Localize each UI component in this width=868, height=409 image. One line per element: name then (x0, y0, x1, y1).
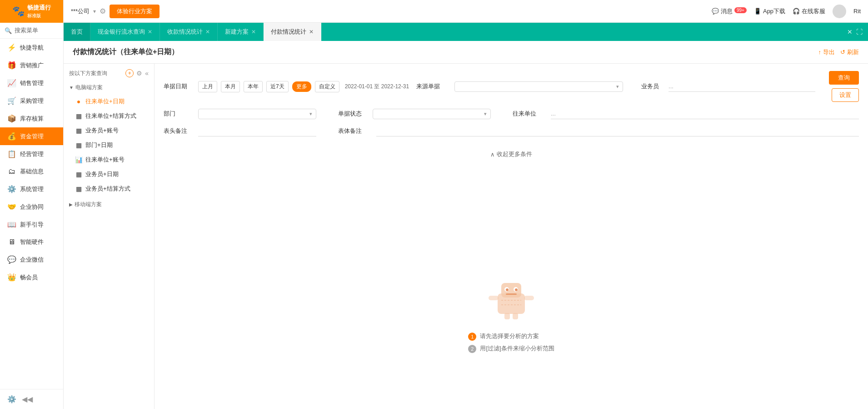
doc-status-label: 单据状态 (338, 110, 365, 118)
scheme-item-unit-account-label: 往来单位+账号 (85, 156, 125, 164)
tab-close-all-icon[interactable]: ✕ (847, 28, 853, 35)
unit-select[interactable]: ... (551, 108, 859, 119)
scheme-panel-icons: + ⚙ « (125, 69, 149, 77)
user-name: Rit (853, 8, 861, 15)
scheme-item-staff-settlement[interactable]: ▦ 业务员+结算方式 (64, 182, 154, 196)
sidebar-item-purchase[interactable]: 🛒 采购管理 (0, 92, 63, 110)
tab-home[interactable]: 首页 (64, 23, 90, 41)
query-button[interactable]: 查询 (829, 71, 859, 85)
scheme-collapse-icon[interactable]: « (145, 70, 149, 77)
scheme-item-staff-settlement-label: 业务员+结算方式 (85, 185, 130, 193)
header-note-label: 表头备注 (164, 127, 191, 135)
dept-dropdown-arrow: ▾ (309, 111, 312, 117)
sidebar-item-operation[interactable]: 📋 经营管理 (0, 145, 63, 163)
scheme-item-dept-date[interactable]: ▦ 部门+日期 (64, 138, 154, 152)
sidebar-item-sales[interactable]: 📈 销售管理 (0, 74, 63, 92)
refresh-button[interactable]: ↺ 刷新 (840, 48, 859, 56)
tab-new-scheme-close[interactable]: ✕ (251, 29, 256, 35)
topbar-settings-icon[interactable]: ⚙ (100, 7, 106, 15)
date-btn-this-year[interactable]: 本年 (244, 81, 263, 92)
sidebar-item-inventory[interactable]: 📦 库存核算 (0, 110, 63, 127)
search-menu-item[interactable]: 🔍 搜索菜单 (0, 23, 63, 39)
sidebar-item-quick-nav[interactable]: ⚡ 快捷导航 (0, 39, 63, 56)
scheme-section-mobile-header[interactable]: ▶ 移动端方案 (64, 198, 154, 211)
tab-receivable-close[interactable]: ✕ (205, 29, 210, 35)
refresh-label: 刷新 (847, 48, 859, 56)
tab-bank-close[interactable]: ✕ (148, 29, 152, 35)
sidebar-item-member[interactable]: 👑 畅会员 (0, 268, 63, 286)
date-btn-this-month[interactable]: 本月 (221, 81, 240, 92)
header-note-input[interactable] (198, 126, 316, 136)
source-dropdown-arrow: ▾ (616, 84, 619, 90)
date-btn-last-month[interactable]: 上月 (198, 81, 217, 92)
empty-tips: 1 请先选择要分析的方案 2 用[过滤]条件来缩小分析范围 (468, 332, 554, 357)
tab-payment-close[interactable]: ✕ (309, 29, 314, 35)
app-download-item[interactable]: 📱 App下载 (754, 7, 785, 15)
date-btn-more[interactable]: 更多 (292, 81, 311, 92)
member-icon: 👑 (7, 273, 16, 282)
tip-text-2: 用[过滤]条件来缩小分析范围 (480, 344, 554, 353)
scheme-section-desktop-header[interactable]: ▼ 电脑端方案 (64, 81, 154, 94)
scheme-item-unit-date[interactable]: ● 往来单位+日期 (64, 94, 154, 109)
filter-row-1: 单据日期 上月 本月 本年 近7天 更多 自定义 2022-01-01 至 20… (164, 71, 859, 102)
scheme-item-staff-date-label: 业务员+日期 (85, 170, 119, 178)
sidebar-item-marketing[interactable]: 🎁 营销推广 (0, 56, 63, 74)
tab-new-scheme[interactable]: 新建方案 ✕ (218, 23, 264, 41)
date-btn-custom[interactable]: 自定义 (315, 81, 339, 92)
wechat-label: 企业微信 (20, 256, 44, 264)
filter-row-3: 表头备注 表体备注 (164, 126, 859, 136)
staff-row: 业务员 ... 查询 设置 (641, 71, 859, 102)
svg-rect-6 (506, 293, 517, 295)
mobile-section-label: 移动端方案 (75, 201, 102, 208)
trial-button[interactable]: 体验行业方案 (110, 5, 160, 18)
export-button[interactable]: ↑ 导出 (818, 48, 835, 56)
user-avatar[interactable] (833, 5, 846, 18)
sidebar-item-hardware[interactable]: 🖥 智能硬件 (0, 233, 63, 251)
tab-home-label: 首页 (71, 28, 83, 36)
scheme-settings-icon[interactable]: ⚙ (136, 70, 142, 77)
dept-select[interactable]: ▾ (198, 109, 316, 119)
staff-select[interactable]: ... (668, 81, 815, 92)
sidebar-item-wechat[interactable]: 💬 企业微信 (0, 251, 63, 268)
date-btn-last-7[interactable]: 近7天 (266, 81, 289, 92)
topbar-dropdown-arrow[interactable]: ▾ (93, 8, 96, 15)
export-icon: ↑ (818, 49, 822, 56)
sidebar-item-basic[interactable]: 🗂 基础信息 (0, 163, 63, 180)
sidebar-item-system[interactable]: ⚙️ 系统管理 (0, 180, 63, 198)
tab-bank[interactable]: 现金银行流水查询 ✕ (90, 23, 160, 41)
scheme-add-icon[interactable]: + (125, 69, 134, 77)
notification-item[interactable]: 💬 消息 99+ (712, 7, 747, 15)
staff-label: 业务员 (641, 82, 668, 91)
online-service-item[interactable]: 🎧 在线客服 (793, 7, 825, 15)
sidebar-collapse-icon[interactable]: ◀◀ (22, 395, 33, 404)
basic-icon: 🗂 (7, 167, 16, 176)
tab-expand-icon[interactable]: ⛶ (856, 28, 863, 35)
empty-illustration (484, 278, 539, 323)
tab-payment[interactable]: 付款情况统计 ✕ (264, 23, 321, 41)
body-note-input[interactable] (376, 126, 859, 136)
basic-label: 基础信息 (20, 167, 44, 176)
topbar: ***公司 ▾ ⚙ 体验行业方案 💬 消息 99+ 📱 App下载 🎧 在线客服… (64, 0, 868, 23)
guide-icon: 📖 (7, 220, 16, 229)
hardware-label: 智能硬件 (20, 238, 44, 246)
settings-button[interactable]: 设置 (832, 88, 859, 102)
collapse-button[interactable]: ∧ 收起更多条件 (481, 146, 541, 162)
tab-receivable[interactable]: 收款情况统计 ✕ (160, 23, 218, 41)
scheme-item-unit-account[interactable]: 📊 往来单位+账号 (64, 152, 154, 167)
doc-status-select[interactable]: ▾ (373, 109, 491, 119)
scheme-item-staff-date[interactable]: ▦ 业务员+日期 (64, 167, 154, 182)
sidebar-item-finance[interactable]: 💰 资金管理 (0, 127, 63, 145)
scheme-item-unit-settlement[interactable]: ▦ 往来单位+结算方式 (64, 109, 154, 123)
marketing-label: 营销推广 (20, 61, 44, 70)
sidebar-item-guide[interactable]: 📖 新手引导 (0, 216, 63, 233)
scheme-item-active-icon: ● (75, 98, 83, 105)
section-label: 电脑端方案 (75, 84, 103, 91)
hardware-icon: 🖥 (7, 238, 16, 246)
sidebar-settings-icon[interactable]: ⚙️ (7, 395, 16, 404)
scheme-item-staff-account[interactable]: ▦ 业务员+账号 (64, 123, 154, 138)
search-label: 搜索菜单 (15, 26, 38, 35)
source-select[interactable]: ▾ (454, 81, 623, 92)
scheme-grid-icon-3: ▦ (75, 141, 83, 149)
headset-icon: 🎧 (793, 8, 800, 15)
sidebar-item-enterprise[interactable]: 🤝 企业协同 (0, 198, 63, 216)
